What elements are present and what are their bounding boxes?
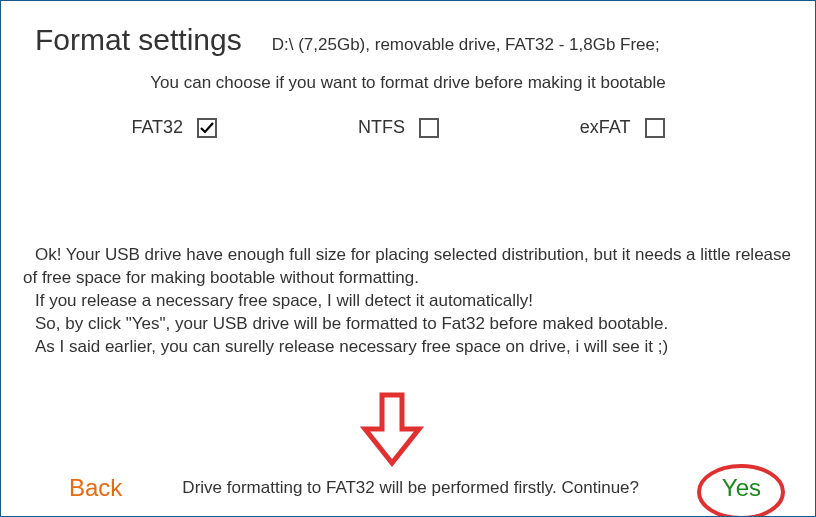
continue-question: Drive formatting to FAT32 will be perfor…: [182, 478, 721, 498]
arrow-down-icon: [357, 391, 427, 471]
fs-label-fat32: FAT32: [131, 117, 183, 138]
fs-option-fat32[interactable]: FAT32: [131, 117, 217, 138]
fs-label-exfat: exFAT: [580, 117, 631, 138]
subtitle-text: You can choose if you want to format dri…: [1, 73, 815, 93]
page-title: Format settings: [35, 23, 242, 57]
message-line-1: Ok! Your USB drive have enough full size…: [23, 244, 793, 290]
back-button[interactable]: Back: [69, 474, 122, 502]
message-line-4: As I said earlier, you can surelly relea…: [23, 336, 793, 359]
fs-checkbox-fat32[interactable]: [197, 118, 217, 138]
fs-checkbox-ntfs[interactable]: [419, 118, 439, 138]
fs-option-exfat[interactable]: exFAT: [580, 117, 665, 138]
fs-option-ntfs[interactable]: NTFS: [358, 117, 439, 138]
header-row: Format settings D:\ (7,25Gb), removable …: [1, 1, 815, 57]
fs-label-ntfs: NTFS: [358, 117, 405, 138]
filesystem-options: FAT32 NTFS exFAT: [1, 117, 815, 138]
fs-checkbox-exfat[interactable]: [645, 118, 665, 138]
drive-info-text: D:\ (7,25Gb), removable drive, FAT32 - 1…: [272, 35, 660, 55]
message-line-2: If you release a necessary free space, I…: [23, 290, 793, 313]
yes-button[interactable]: Yes: [722, 474, 761, 502]
footer-bar: Back Drive formatting to FAT32 will be p…: [1, 474, 815, 502]
message-block: Ok! Your USB drive have enough full size…: [1, 244, 815, 359]
message-line-3: So, by click "Yes", your USB drive will …: [23, 313, 793, 336]
